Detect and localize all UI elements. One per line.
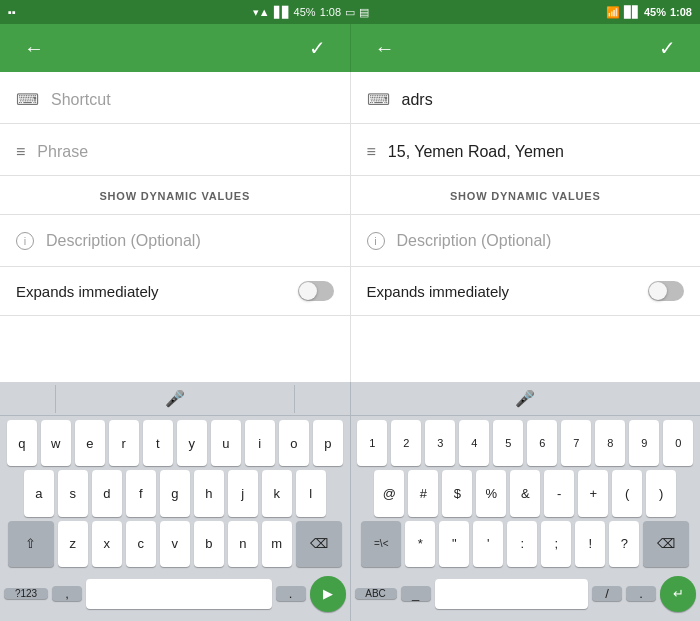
key-a[interactable]: a	[24, 470, 54, 516]
expands-toggle-right[interactable]	[648, 281, 684, 301]
key-amp[interactable]: &	[510, 470, 540, 516]
description-placeholder-left: Description (Optional)	[46, 232, 201, 250]
show-dynamic-right[interactable]: SHOW DYNAMIC VALUES	[351, 176, 701, 215]
right-panel: ⌨ adrs ≡ 15, Yemen Road, Yemen SHOW DYNA…	[351, 72, 701, 382]
key-n[interactable]: n	[228, 521, 258, 567]
mic-icon-right[interactable]: 🎤	[515, 389, 535, 408]
show-dynamic-button-left[interactable]: SHOW DYNAMIC VALUES	[99, 190, 250, 202]
show-dynamic-button-right[interactable]: SHOW DYNAMIC VALUES	[450, 190, 601, 202]
key-star[interactable]: *	[405, 521, 435, 567]
info-icon-right: i	[367, 232, 385, 250]
key-x[interactable]: x	[92, 521, 122, 567]
description-placeholder-right: Description (Optional)	[397, 232, 552, 250]
media-icon: ▤	[359, 6, 369, 19]
expands-label-left: Expands immediately	[16, 283, 159, 300]
key-comma[interactable]: ,	[52, 586, 82, 601]
key-minus[interactable]: -	[544, 470, 574, 516]
key-equals[interactable]: =\<	[361, 521, 401, 567]
key-c[interactable]: c	[126, 521, 156, 567]
key-send[interactable]: ▶	[310, 576, 346, 612]
phrase-field-right[interactable]: ≡ 15, Yemen Road, Yemen	[351, 124, 701, 176]
shortcut-placeholder-left: Shortcut	[51, 91, 334, 109]
check-button-left[interactable]: ✓	[301, 28, 334, 68]
key-8[interactable]: 8	[595, 420, 625, 466]
back-button-left[interactable]: ←	[16, 29, 52, 68]
key-u[interactable]: u	[211, 420, 241, 466]
key-colon[interactable]: :	[507, 521, 537, 567]
key-enter[interactable]: ↵	[660, 576, 696, 612]
battery-percent-right: 45%	[644, 6, 666, 18]
key-4[interactable]: 4	[459, 420, 489, 466]
key-space-right[interactable]	[435, 579, 589, 609]
key-b[interactable]: b	[194, 521, 224, 567]
key-j[interactable]: j	[228, 470, 258, 516]
key-r[interactable]: r	[109, 420, 139, 466]
key-space-left[interactable]	[86, 579, 272, 609]
key-backspace-left[interactable]: ⌫	[296, 521, 342, 567]
description-field-left[interactable]: i Description (Optional)	[0, 215, 350, 267]
key-5[interactable]: 5	[493, 420, 523, 466]
key-lparen[interactable]: (	[612, 470, 642, 516]
divider-left-2	[294, 385, 295, 413]
key-t[interactable]: t	[143, 420, 173, 466]
key-rparen[interactable]: )	[646, 470, 676, 516]
key-hash[interactable]: #	[408, 470, 438, 516]
phrase-icon-right: ≡	[367, 143, 376, 161]
expands-toggle-left[interactable]	[298, 281, 334, 301]
key-2[interactable]: 2	[391, 420, 421, 466]
key-dollar[interactable]: $	[442, 470, 472, 516]
bottom-row-left: ?123 , . ▶	[2, 571, 348, 617]
key-semicolon[interactable]: ;	[541, 521, 571, 567]
status-bar-center: ▾▲ ▋▊ 45% 1:08 ▭ ▤	[253, 6, 369, 19]
key-3[interactable]: 3	[425, 420, 455, 466]
key-s[interactable]: s	[58, 470, 88, 516]
key-e[interactable]: e	[75, 420, 105, 466]
key-d[interactable]: d	[92, 470, 122, 516]
key-h[interactable]: h	[194, 470, 224, 516]
key-q[interactable]: q	[7, 420, 37, 466]
shortcut-field-right[interactable]: ⌨ adrs	[351, 72, 701, 124]
key-question[interactable]: ?	[609, 521, 639, 567]
key-period-left[interactable]: .	[276, 586, 306, 601]
key-z[interactable]: z	[58, 521, 88, 567]
key-v[interactable]: v	[160, 521, 190, 567]
shortcut-field-left[interactable]: ⌨ Shortcut	[0, 72, 350, 124]
description-field-right[interactable]: i Description (Optional)	[351, 215, 701, 267]
signal-icon: ▪▪	[8, 6, 16, 18]
key-1[interactable]: 1	[357, 420, 387, 466]
key-i[interactable]: i	[245, 420, 275, 466]
key-at[interactable]: @	[374, 470, 404, 516]
key-plus[interactable]: +	[578, 470, 608, 516]
key-numbers[interactable]: ?123	[4, 588, 48, 599]
key-m[interactable]: m	[262, 521, 292, 567]
key-6[interactable]: 6	[527, 420, 557, 466]
key-dquote[interactable]: "	[439, 521, 469, 567]
key-abc[interactable]: ABC	[355, 588, 397, 599]
key-k[interactable]: k	[262, 470, 292, 516]
key-9[interactable]: 9	[629, 420, 659, 466]
key-y[interactable]: y	[177, 420, 207, 466]
key-exclaim[interactable]: !	[575, 521, 605, 567]
key-underscore[interactable]: _	[401, 586, 431, 601]
key-percent[interactable]: %	[476, 470, 506, 516]
check-button-right[interactable]: ✓	[651, 28, 684, 68]
key-w[interactable]: w	[41, 420, 71, 466]
back-button-right[interactable]: ←	[367, 29, 403, 68]
key-squote[interactable]: '	[473, 521, 503, 567]
key-row-symbols2: =\< * " ' : ; ! ? ⌫	[353, 521, 699, 567]
key-slash[interactable]: /	[592, 586, 622, 601]
left-panel: ⌨ Shortcut ≡ Phrase SHOW DYNAMIC VALUES …	[0, 72, 351, 382]
phrase-field-left[interactable]: ≡ Phrase	[0, 124, 350, 176]
mic-icon-left[interactable]: 🎤	[165, 389, 185, 408]
show-dynamic-left[interactable]: SHOW DYNAMIC VALUES	[0, 176, 350, 215]
key-period-right[interactable]: .	[626, 586, 656, 601]
key-shift[interactable]: ⇧	[8, 521, 54, 567]
key-p[interactable]: p	[313, 420, 343, 466]
key-0[interactable]: 0	[663, 420, 693, 466]
key-7[interactable]: 7	[561, 420, 591, 466]
key-f[interactable]: f	[126, 470, 156, 516]
key-backspace-right[interactable]: ⌫	[643, 521, 689, 567]
key-l[interactable]: l	[296, 470, 326, 516]
key-o[interactable]: o	[279, 420, 309, 466]
key-g[interactable]: g	[160, 470, 190, 516]
